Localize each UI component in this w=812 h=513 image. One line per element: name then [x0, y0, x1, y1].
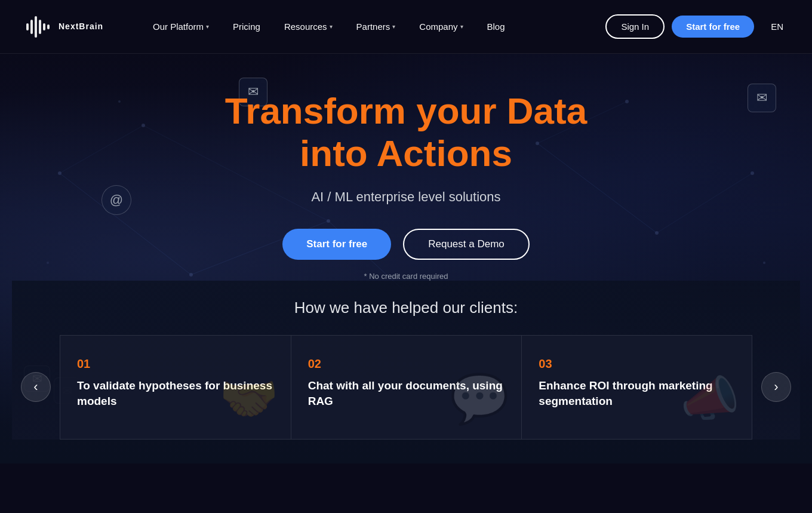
chevron-down-icon: ▾: [392, 23, 395, 30]
handshake-icon: 🤝: [219, 371, 279, 427]
navbar: NextBrain Our Platform ▾ Pricing Resourc…: [0, 0, 812, 54]
svg-point-22: [118, 100, 121, 103]
nav-links: Our Platform ▾ Pricing Resources ▾ Partn…: [143, 17, 605, 36]
logo-text: NextBrain: [59, 22, 103, 31]
signin-button[interactable]: Sign In: [605, 14, 665, 39]
request-demo-button[interactable]: Request a Demo: [403, 229, 530, 260]
megaphone-icon: 📣: [680, 371, 740, 427]
nav-item-partners[interactable]: Partners ▾: [347, 17, 405, 36]
hero-title: Transform your Data into Actions: [225, 90, 587, 175]
svg-rect-3: [39, 20, 41, 34]
card-number-2: 02: [308, 357, 505, 371]
nav-item-blog[interactable]: Blog: [478, 17, 515, 36]
svg-rect-0: [26, 23, 29, 30]
deco-at-icon: @: [102, 185, 131, 215]
no-credit-text: * No credit card required: [225, 272, 587, 281]
chevron-down-icon: ▾: [330, 23, 333, 30]
chevron-down-icon: ▾: [206, 23, 209, 30]
hero-section: ✉ ✉ @ ✉ ✉ Transform your Data into Actio…: [0, 54, 812, 463]
prev-arrow-button[interactable]: ‹: [21, 372, 51, 402]
chat-icon: 💬: [450, 371, 509, 427]
hero-content: Transform your Data into Actions AI / ML…: [225, 90, 587, 281]
svg-rect-1: [30, 20, 33, 34]
language-selector[interactable]: EN: [766, 17, 788, 36]
nav-item-company[interactable]: Company ▾: [410, 17, 472, 36]
nav-actions: Sign In Start for free EN: [605, 14, 788, 39]
deco-email-icon-2: ✉: [748, 84, 776, 112]
svg-line-12: [657, 173, 752, 233]
start-free-nav-button[interactable]: Start for free: [672, 16, 754, 38]
nav-item-pricing[interactable]: Pricing: [223, 17, 270, 36]
svg-line-9: [60, 125, 143, 173]
logo-icon: [24, 13, 53, 41]
client-card-2: 02 Chat with all your documents, using R…: [291, 335, 522, 440]
chevron-down-icon: ▾: [460, 23, 463, 30]
client-card-1: 01 To validate hypotheses for business m…: [60, 335, 291, 440]
svg-point-19: [655, 231, 659, 235]
card-number-3: 03: [539, 357, 735, 371]
svg-point-17: [142, 124, 145, 127]
card-number-1: 01: [77, 357, 274, 371]
svg-point-21: [625, 100, 629, 103]
client-card-3: 03 Enhance ROI through marketing segment…: [521, 335, 752, 440]
nav-item-platform[interactable]: Our Platform ▾: [143, 17, 219, 36]
svg-rect-4: [43, 23, 45, 30]
hero-buttons: Start for free Request a Demo: [225, 229, 587, 260]
svg-rect-2: [35, 16, 37, 38]
clients-title: How we have helped our clients:: [12, 299, 800, 317]
logo[interactable]: NextBrain: [24, 13, 107, 41]
nav-item-resources[interactable]: Resources ▾: [275, 17, 342, 36]
cards-container: 01 To validate hypotheses for business m…: [60, 335, 752, 440]
cards-wrapper: ‹ 01 To validate hypotheses for business…: [12, 335, 800, 440]
svg-point-14: [58, 171, 61, 175]
svg-point-23: [763, 262, 765, 264]
start-free-hero-button[interactable]: Start for free: [282, 229, 391, 260]
svg-rect-5: [47, 24, 50, 29]
svg-point-15: [189, 273, 193, 277]
next-arrow-button[interactable]: ›: [761, 372, 791, 402]
hero-subtitle: AI / ML enterprise level solutions: [225, 189, 587, 205]
clients-section: How we have helped our clients: ‹ 01 To …: [12, 281, 800, 440]
svg-point-24: [47, 262, 49, 264]
svg-point-20: [751, 171, 754, 175]
